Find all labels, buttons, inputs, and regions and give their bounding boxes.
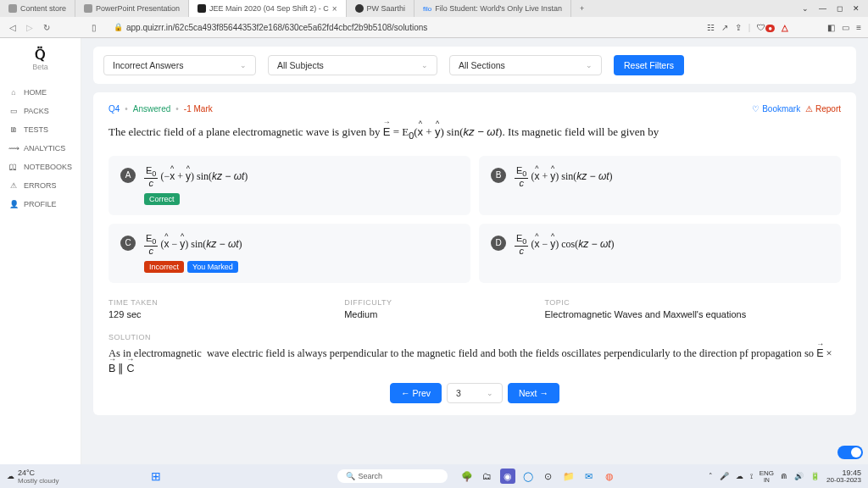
- errors-icon: ⚠: [8, 181, 19, 190]
- app-icon[interactable]: 🌳: [459, 469, 475, 484]
- question-marks: -1 Mark: [184, 104, 213, 114]
- meta-time: TIME TAKEN129 sec: [108, 298, 158, 319]
- tab-powerpoint[interactable]: PowerPoint Presentation: [75, 0, 189, 17]
- open-external-icon[interactable]: ↗: [721, 23, 728, 32]
- sidebar-item-notebooks[interactable]: 🕮NOTEBOOKS: [0, 158, 81, 176]
- tests-icon: 🗎: [8, 125, 19, 134]
- tab-label: PW Saarthi: [367, 4, 406, 13]
- notebooks-icon: 🕮: [8, 163, 19, 171]
- reload-button[interactable]: ↻: [41, 23, 53, 32]
- minimize-icon[interactable]: —: [819, 4, 826, 13]
- filter-answers-select[interactable]: Incorrect Answers⌄: [103, 55, 256, 75]
- prev-button[interactable]: ← Prev: [390, 383, 442, 403]
- taskbar-apps: 🌳 🗂 ◉ ◯ ⊙ 📁 ✉ ◍: [459, 469, 617, 484]
- reset-filters-button[interactable]: Reset Filters: [614, 55, 684, 75]
- taskbar-search[interactable]: 🔍Search: [337, 469, 448, 483]
- browser-tabs: Content store PowerPoint Presentation JE…: [0, 0, 868, 17]
- reader-icon[interactable]: ▯: [58, 23, 92, 32]
- tray-location-icon[interactable]: ⟟: [750, 472, 753, 481]
- wallet-icon[interactable]: ▭: [842, 23, 849, 32]
- question-text: The electric field of a plane electromag…: [108, 125, 841, 141]
- app-icon[interactable]: 📁: [561, 469, 576, 484]
- sidebar-toggle-icon[interactable]: ◧: [827, 23, 835, 32]
- option-c[interactable]: C E0c (x − y) sin(kz − ωt) IncorrectYou …: [108, 224, 470, 283]
- tray-battery-icon[interactable]: 🔋: [810, 472, 820, 480]
- sidebar-item-label: ERRORS: [24, 181, 57, 190]
- floating-toggle[interactable]: [837, 446, 863, 459]
- tab-content-store[interactable]: Content store: [0, 0, 75, 17]
- app-icon[interactable]: ◍: [602, 469, 617, 484]
- sidebar-item-errors[interactable]: ⚠ERRORS: [0, 176, 81, 195]
- close-window-icon[interactable]: ✕: [853, 4, 860, 13]
- sidebar-item-home[interactable]: ⌂HOME: [0, 83, 81, 102]
- chevron-down-icon: ⌄: [421, 61, 428, 69]
- bookmark-button[interactable]: ♡ Bookmark: [752, 104, 800, 114]
- chevron-down-icon[interactable]: ⌄: [802, 4, 809, 13]
- tray-chevron-icon[interactable]: ˄: [709, 472, 713, 480]
- home-icon: ⌂: [8, 88, 19, 97]
- tray-language[interactable]: ENG IN: [760, 470, 774, 483]
- tray-volume-icon[interactable]: 🔊: [794, 472, 804, 480]
- question-status: Answered: [133, 104, 170, 114]
- shield-badge-icon[interactable]: 🛡●: [757, 23, 775, 32]
- tray-onedrive-icon[interactable]: ☁: [736, 472, 743, 480]
- app-icon[interactable]: ✉: [581, 469, 597, 484]
- tab-jee-main[interactable]: JEE Main 2020 (04 Sep Shift 2) - C×: [189, 0, 346, 17]
- report-button[interactable]: ⚠ Report: [805, 104, 841, 114]
- sidebar-item-label: ANALYTICS: [24, 144, 65, 152]
- meta-topic: TOPICElectromagnetic Waves and Maxwell's…: [545, 298, 747, 319]
- weather-temp: 24°C: [18, 469, 58, 477]
- option-body: E0c (x + y) sin(kz − ωt): [515, 166, 613, 188]
- option-a[interactable]: A E0c (−x + y) sin(kz − ωt) Correct: [108, 156, 470, 215]
- weather-widget[interactable]: ☁ 24°C Mostly cloudy: [7, 469, 58, 485]
- sidebar-item-profile[interactable]: 👤PROFILE: [0, 195, 81, 214]
- tab-label: Content store: [20, 4, 66, 13]
- sidebar-item-tests[interactable]: 🗎TESTS: [0, 120, 81, 139]
- solution-label: SOLUTION: [108, 333, 841, 341]
- tab-pw-saarthi[interactable]: PW Saarthi: [347, 0, 415, 17]
- url-bar[interactable]: 🔒 app.quizrr.in/62c5ca493f85644353f2e168…: [97, 23, 702, 32]
- pill-incorrect: Incorrect: [144, 261, 184, 273]
- warning-triangle-icon[interactable]: △: [782, 23, 788, 32]
- option-d[interactable]: D E0c (x − y) cos(kz − ωt): [479, 224, 841, 283]
- select-value: All Subjects: [277, 60, 324, 70]
- translate-icon[interactable]: ☷: [707, 23, 715, 32]
- tray-wifi-icon[interactable]: ⋒: [781, 472, 787, 480]
- filter-bar: Incorrect Answers⌄ All Subjects⌄ All Sec…: [93, 47, 856, 84]
- tab-filo[interactable]: filoFilo Student: World's Only Live Inst…: [415, 0, 571, 17]
- option-body: E0c (−x + y) sin(kz − ωt) Correct: [144, 166, 248, 205]
- select-value: All Sections: [459, 60, 505, 70]
- question-header: Q4 • Answered • -1 Mark ♡ Bookmark ⚠ Rep…: [108, 104, 841, 114]
- tab-label: JEE Main 2020 (04 Sep Shift 2) - C: [209, 4, 329, 13]
- app-icon[interactable]: ⊙: [541, 469, 556, 484]
- system-tray: ˄ 🎤 ☁ ⟟ ENG IN ⋒ 🔊 🔋 19:45 20-03-2023: [709, 469, 861, 484]
- sidebar-item-analytics[interactable]: ⟿ANALYTICS: [0, 139, 81, 158]
- pill-correct: Correct: [144, 193, 180, 205]
- tray-clock[interactable]: 19:45 20-03-2023: [826, 469, 861, 484]
- sidebar-item-label: NOTEBOOKS: [24, 163, 72, 171]
- start-button[interactable]: ⊞: [151, 469, 161, 483]
- sidebar-item-label: PACKS: [24, 107, 49, 115]
- app-icon[interactable]: ◉: [500, 469, 515, 484]
- option-b[interactable]: B E0c (x + y) sin(kz − ωt): [479, 156, 841, 215]
- new-tab-button[interactable]: +: [571, 0, 593, 17]
- weather-cond: Mostly cloudy: [18, 477, 58, 485]
- close-icon[interactable]: ×: [332, 4, 337, 14]
- next-button[interactable]: Next →: [508, 383, 559, 403]
- back-button[interactable]: ◁: [7, 23, 19, 32]
- app-icon[interactable]: ◯: [520, 469, 536, 484]
- sidebar: Q̈ Beta ⌂HOME ▭PACKS 🗎TESTS ⟿ANALYTICS 🕮…: [0, 38, 81, 465]
- forward-button[interactable]: ▷: [24, 23, 36, 32]
- maximize-icon[interactable]: ◻: [837, 4, 843, 13]
- share-icon[interactable]: ⇪: [735, 23, 742, 32]
- tray-mic-icon[interactable]: 🎤: [720, 472, 729, 480]
- sidebar-item-packs[interactable]: ▭PACKS: [0, 102, 81, 120]
- filter-sections-select[interactable]: All Sections⌄: [449, 55, 602, 75]
- app-icon[interactable]: 🗂: [480, 469, 495, 484]
- menu-icon[interactable]: ≡: [856, 23, 861, 32]
- option-body: E0c (x − y) cos(kz − ωt): [515, 234, 615, 256]
- option-letter: B: [491, 168, 506, 183]
- page-select[interactable]: 3⌄: [447, 383, 503, 403]
- filter-subjects-select[interactable]: All Subjects⌄: [268, 55, 437, 75]
- question-card: Q4 • Answered • -1 Mark ♡ Bookmark ⚠ Rep…: [93, 92, 856, 415]
